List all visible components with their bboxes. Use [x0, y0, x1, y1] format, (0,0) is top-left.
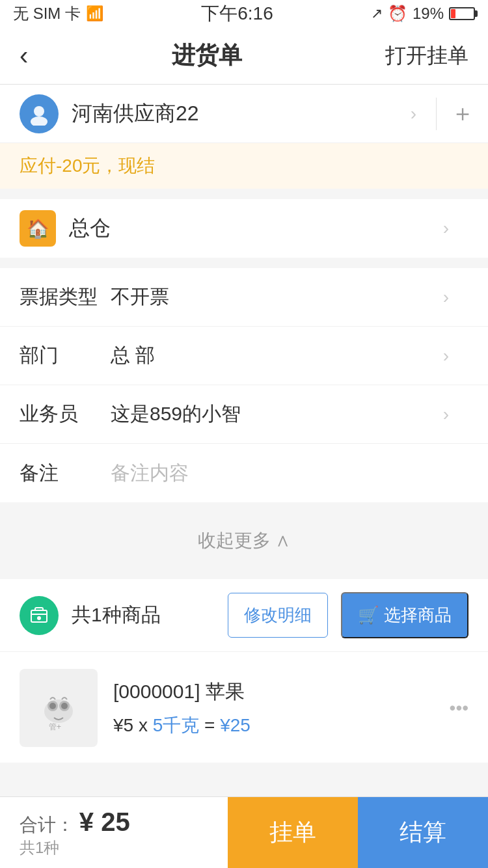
product-item: 管+ [0000001] 苹果 ¥5 x 5千克 = ¥25 •••	[0, 653, 488, 763]
info-banner: 应付-20元，现结	[0, 143, 488, 189]
subtotal: ¥25	[220, 715, 251, 735]
department-value: 总 部	[111, 342, 443, 369]
warehouse-name: 总仓	[69, 214, 443, 243]
svg-point-0	[34, 106, 44, 116]
select-product-label: 选择商品	[384, 604, 452, 627]
form-section: 票据类型 不开票 › 部门 总 部 › 业务员 这是859的小智 › 备注 备注…	[0, 268, 488, 502]
total-section: 合计： ¥ 25 共1种	[0, 807, 228, 858]
supplier-avatar	[20, 94, 59, 133]
products-icon	[20, 596, 59, 635]
salesperson-value: 这是859的小智	[111, 401, 443, 427]
equals-sign: =	[204, 715, 220, 735]
pending-button[interactable]: 挂单	[228, 797, 358, 869]
remark-label: 备注	[20, 460, 111, 487]
product-logo: 管+	[33, 682, 85, 734]
salesperson-row[interactable]: 业务员 这是859的小智 ›	[0, 385, 488, 444]
warehouse-chevron-icon: ›	[443, 218, 449, 239]
product-menu-button[interactable]: •••	[450, 698, 468, 718]
supplier-row[interactable]: 河南供应商22 › ＋	[0, 85, 488, 143]
warehouse-icon: 🏠	[20, 210, 56, 247]
invoice-type-row[interactable]: 票据类型 不开票 ›	[0, 268, 488, 327]
checkout-button[interactable]: 结算	[358, 797, 488, 869]
back-button[interactable]: ‹	[20, 41, 28, 70]
carrier-text: 无 SIM 卡	[13, 3, 81, 24]
product-code: [0000001]	[113, 681, 206, 702]
wifi-icon: 📶	[86, 5, 103, 22]
svg-point-1	[31, 116, 47, 126]
invoice-chevron-icon: ›	[443, 287, 449, 308]
nav-bar: ‹ 进货单 打开挂单	[0, 27, 488, 85]
svg-point-9	[61, 703, 68, 709]
page-title: 进货单	[172, 40, 242, 72]
invoice-type-value: 不开票	[111, 284, 443, 310]
product-price: ¥5 x 5千克 = ¥25	[113, 713, 450, 738]
product-info: [0000001] 苹果 ¥5 x 5千克 = ¥25	[113, 679, 450, 738]
products-section: 共1种商品 修改明细 🛒 选择商品	[0, 579, 488, 763]
product-count-text: 共1种商品	[72, 602, 215, 629]
remark-input[interactable]: 备注内容	[111, 460, 468, 487]
warehouse-section: 🏠 总仓 ›	[0, 199, 488, 258]
open-pending-button[interactable]: 打开挂单	[385, 42, 468, 70]
product-name: [0000001] 苹果	[113, 679, 450, 705]
supplier-section: 河南供应商22 › ＋ 应付-20元，现结	[0, 85, 488, 189]
status-bar-right: ↗ ⏰ 19%	[371, 5, 475, 23]
department-label: 部门	[20, 342, 111, 369]
select-product-button[interactable]: 🛒 选择商品	[341, 592, 468, 638]
cart-icon: 🛒	[358, 605, 379, 625]
content-area: 河南供应商22 › ＋ 应付-20元，现结 🏠 总仓 › 票据类型 不开票 › …	[0, 85, 488, 851]
location-icon: ↗	[371, 5, 383, 22]
add-supplier-button[interactable]: ＋	[436, 98, 468, 130]
modify-detail-button[interactable]: 修改明细	[228, 593, 328, 638]
status-bar-time: 下午6:16	[201, 1, 273, 26]
department-row[interactable]: 部门 总 部 ›	[0, 327, 488, 385]
warehouse-row[interactable]: 🏠 总仓 ›	[0, 199, 488, 258]
remark-row[interactable]: 备注 备注内容	[0, 444, 488, 502]
unit-price: ¥5 x	[113, 715, 153, 735]
quantity: 5千克	[153, 715, 200, 735]
department-chevron-icon: ›	[443, 346, 449, 366]
product-thumbnail: 管+	[20, 669, 98, 747]
alarm-icon: ⏰	[388, 5, 407, 23]
total-row: 合计： ¥ 25	[20, 807, 208, 837]
supplier-chevron-icon: ›	[411, 103, 416, 124]
product-title: 苹果	[206, 681, 245, 702]
bottom-bar: 合计： ¥ 25 共1种 挂单 结算	[0, 796, 488, 868]
supplier-name: 河南供应商22	[72, 100, 411, 128]
status-bar-left: 无 SIM 卡 📶	[13, 3, 103, 24]
collapse-button[interactable]: 收起更多 ∧	[0, 513, 488, 569]
total-label: 合计：	[20, 815, 74, 835]
svg-text:管+: 管+	[49, 722, 61, 731]
total-amount: ¥ 25	[79, 807, 130, 836]
total-sub: 共1种	[20, 837, 208, 858]
svg-point-4	[37, 616, 41, 620]
products-header: 共1种商品 修改明细 🛒 选择商品	[0, 579, 488, 652]
salesperson-chevron-icon: ›	[443, 404, 449, 425]
svg-point-8	[49, 703, 56, 709]
battery-icon	[449, 7, 475, 20]
invoice-type-label: 票据类型	[20, 284, 111, 310]
status-bar: 无 SIM 卡 📶 下午6:16 ↗ ⏰ 19%	[0, 0, 488, 27]
battery-percent: 19%	[413, 5, 444, 23]
salesperson-label: 业务员	[20, 401, 111, 427]
